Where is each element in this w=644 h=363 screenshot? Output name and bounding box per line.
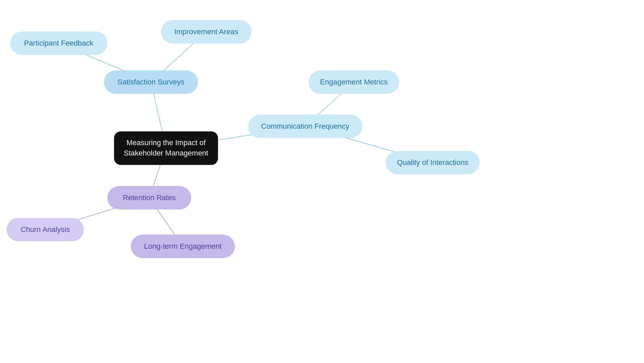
churn-analysis-label: Churn Analysis	[21, 225, 70, 234]
churn-analysis-node[interactable]: Churn Analysis	[7, 218, 84, 241]
participant-feedback-node[interactable]: Participant Feedback	[10, 32, 107, 55]
improvement-areas-node[interactable]: Improvement Areas	[161, 20, 252, 44]
long-term-engagement-node[interactable]: Long-term Engagement	[131, 235, 235, 258]
communication-frequency-label: Communication Frequency	[261, 122, 350, 131]
long-term-engagement-label: Long-term Engagement	[144, 242, 221, 251]
engagement-metrics-label: Engagement Metrics	[320, 78, 388, 86]
retention-rates-node[interactable]: Retention Rates	[107, 186, 191, 209]
central-label: Measuring the Impact of Stakeholder Mana…	[124, 138, 208, 159]
communication-frequency-node[interactable]: Communication Frequency	[248, 115, 362, 138]
participant-feedback-label: Participant Feedback	[24, 39, 94, 48]
retention-rates-label: Retention Rates	[123, 193, 176, 202]
improvement-areas-label: Improvement Areas	[174, 27, 238, 36]
satisfaction-surveys-label: Satisfaction Surveys	[117, 78, 184, 86]
engagement-metrics-node[interactable]: Engagement Metrics	[309, 70, 399, 94]
satisfaction-surveys-node[interactable]: Satisfaction Surveys	[104, 70, 198, 94]
quality-interactions-node[interactable]: Quality of Interactions	[386, 151, 480, 174]
quality-interactions-label: Quality of Interactions	[397, 158, 469, 167]
central-node[interactable]: Measuring the Impact of Stakeholder Mana…	[114, 131, 218, 165]
